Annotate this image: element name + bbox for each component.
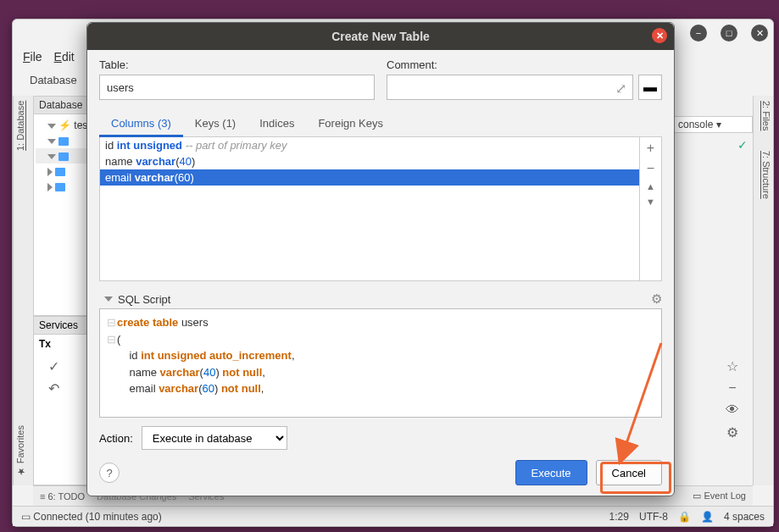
status-indent[interactable]: 4 spaces [724,511,765,523]
lock-icon: 🔒 [678,511,691,523]
sql-gear-icon[interactable]: ⚙ [651,291,662,307]
action-label: Action: [99,432,133,445]
gutter-minus-icon[interactable]: − [723,380,742,396]
columns-list[interactable]: id int unsigned -- part of primary keyna… [100,137,639,280]
dialog-close-button[interactable]: ✕ [652,28,667,43]
columns-area: id int unsigned -- part of primary keyna… [99,137,662,281]
column-add-button[interactable]: + [647,141,654,156]
status-bar: ▭ Connected (10 minutes ago) 1:29 UTF-8 … [13,506,773,526]
window-maximize-button[interactable]: □ [721,25,737,42]
sql-script-editor[interactable]: ⊟create table users ⊟( id int unsigned a… [99,308,662,418]
column-row[interactable]: email varchar(60) [100,169,639,186]
dialog-titlebar: Create New Table ✕ [87,23,674,50]
expand-icon[interactable]: ⤢ [615,80,627,92]
gutter-revert-icon[interactable]: ↶ [44,380,63,396]
tab-foreign-keys[interactable]: Foreign Keys [306,112,395,136]
inspector-icon[interactable]: 👤 [701,511,714,523]
tab-columns[interactable]: Columns (3) [99,112,183,137]
right-gutter-icons: ☆ − 👁 ⚙ [712,358,753,440]
tab-database[interactable]: Database [21,72,86,88]
collapse-icon[interactable] [104,296,113,302]
editor-tab-console[interactable]: console ▾ [672,116,753,133]
column-row[interactable]: name varchar(40) [100,153,639,169]
create-table-dialog: Create New Table ✕ Table: Comment: ⤢ ▬ C… [86,22,675,496]
comment-input[interactable]: ⤢ [387,75,633,100]
bottom-event-log[interactable]: ▭ Event Log [693,490,746,502]
window-minimize-button[interactable]: − [690,25,707,42]
column-move-down-button[interactable]: ▼ [646,197,655,207]
status-encoding[interactable]: UTF-8 [639,511,668,523]
execute-button[interactable]: Execute [515,460,587,485]
status-connection: ▭ Connected (10 minutes ago) [21,511,162,523]
table-name-label: Table: [99,58,375,71]
comment-extra-button[interactable]: ▬ [638,75,662,100]
table-name-input[interactable] [99,75,375,100]
action-row: Action: Execute in database [99,426,662,450]
status-caret-position: 1:29 [609,511,629,523]
help-button[interactable]: ? [99,463,120,483]
menu-file[interactable]: File [23,50,42,64]
left-strip-favorites-wrap: ★ Favorites [13,420,33,482]
column-remove-button[interactable]: − [647,161,654,176]
console-status-icon: ✓ [737,138,748,152]
gutter-star-icon[interactable]: ☆ [723,358,742,374]
dialog-title: Create New Table [331,30,430,43]
bottom-tab-todo[interactable]: ≡ 6: TODO [40,491,85,502]
tab-keys[interactable]: Keys (1) [183,112,248,136]
right-strip-structure[interactable]: 7: Structure [755,151,771,199]
dialog-tabs: Columns (3) Keys (1) Indices Foreign Key… [99,112,662,137]
left-gutter-icons: ✓ ↶ [33,358,74,396]
action-select[interactable]: Execute in database [142,426,287,450]
window-close-button[interactable]: ✕ [751,25,768,42]
column-row[interactable]: id int unsigned -- part of primary key [100,137,639,153]
comment-label: Comment: [387,58,662,71]
tab-indices[interactable]: Indices [248,112,306,136]
left-strip-database[interactable]: 1: Database [15,101,31,151]
right-strip-files[interactable]: 2: Files [755,101,771,130]
menu-edit[interactable]: Edit [54,50,75,64]
right-tool-strip: 2: Files 7: Structure [753,96,773,485]
gutter-eye-icon[interactable]: 👁 [723,402,742,418]
sql-script-label: SQL Script [118,293,170,306]
gutter-gear-icon[interactable]: ⚙ [723,424,742,440]
window-controls: − □ ✕ [690,25,768,42]
menu-bar: File Edit [23,50,75,64]
column-move-up-button[interactable]: ▲ [646,181,655,191]
left-strip-favorites[interactable]: ★ Favorites [13,420,27,482]
cancel-button[interactable]: Cancel [596,460,662,485]
sql-script-header[interactable]: SQL Script ⚙ [99,290,662,308]
gutter-check-icon[interactable]: ✓ [44,358,63,374]
columns-side-buttons: + − ▲ ▼ [639,137,661,280]
